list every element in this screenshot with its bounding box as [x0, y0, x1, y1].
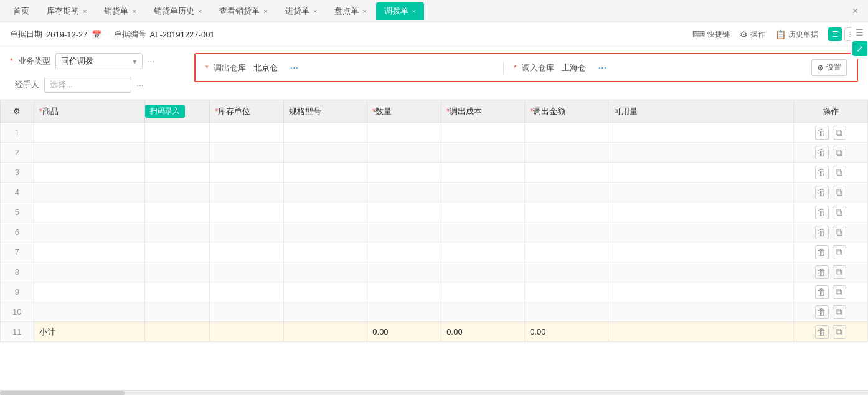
cell-unit[interactable]: [210, 282, 284, 302]
cell-unit[interactable]: [210, 322, 284, 342]
delete-icon[interactable]: 🗑: [815, 226, 829, 239]
delete-icon[interactable]: 🗑: [815, 325, 829, 339]
scroll-thumb[interactable]: [0, 391, 125, 395]
cell-cost[interactable]: [441, 282, 525, 302]
cell-qty[interactable]: [367, 282, 441, 302]
cell-qty[interactable]: [367, 143, 441, 163]
cell-qty[interactable]: [367, 183, 441, 202]
cell-goods[interactable]: [34, 302, 145, 322]
cell-goods[interactable]: [34, 183, 145, 202]
cell-amount[interactable]: [525, 143, 608, 163]
more-options-icon[interactable]: ···: [148, 56, 155, 66]
cell-available[interactable]: [608, 242, 794, 262]
close-icon[interactable]: ×: [132, 7, 136, 15]
cell-cost[interactable]: [441, 262, 525, 282]
tab-inventory-init[interactable]: 库存期初 ×: [39, 2, 95, 20]
cell-available[interactable]: [608, 202, 794, 222]
cell-goods[interactable]: [34, 123, 145, 143]
handler-input[interactable]: 选择...: [44, 77, 131, 93]
cell-spec[interactable]: [284, 163, 367, 183]
horizontal-scrollbar[interactable]: [0, 390, 868, 395]
cell-qty[interactable]: [367, 163, 441, 183]
handler-more-icon[interactable]: ···: [136, 80, 144, 90]
copy-icon[interactable]: ⧉: [833, 126, 846, 140]
tab-transfer[interactable]: 调拨单 ×: [376, 2, 424, 20]
cell-amount[interactable]: [525, 183, 608, 202]
cell-amount[interactable]: [525, 123, 608, 143]
cell-qty[interactable]: [367, 123, 441, 143]
cell-spec[interactable]: [284, 222, 367, 242]
cell-amount[interactable]: [525, 163, 608, 183]
cell-unit[interactable]: [210, 262, 284, 282]
cell-goods[interactable]: [34, 222, 145, 242]
cell-cost[interactable]: [441, 222, 525, 242]
cell-cost[interactable]: 0.00: [441, 322, 525, 342]
cell-amount[interactable]: [525, 282, 608, 302]
delete-icon[interactable]: 🗑: [815, 166, 829, 179]
tab-sales-history[interactable]: 销货单历史 ×: [146, 2, 210, 20]
cell-goods[interactable]: 小计: [34, 322, 145, 342]
cell-spec[interactable]: [284, 242, 367, 262]
cell-cost[interactable]: [441, 143, 525, 163]
cell-qty[interactable]: [367, 262, 441, 282]
cell-spec[interactable]: [284, 282, 367, 302]
warehouse-settings-button[interactable]: ⚙ 设置: [811, 59, 847, 76]
close-icon[interactable]: ×: [313, 7, 317, 15]
cell-unit[interactable]: [210, 302, 284, 322]
cell-unit[interactable]: [210, 242, 284, 262]
close-icon[interactable]: ×: [362, 7, 366, 15]
cell-goods[interactable]: [34, 202, 145, 222]
delete-icon[interactable]: 🗑: [815, 305, 829, 319]
cell-cost[interactable]: [441, 123, 525, 143]
cell-amount[interactable]: [525, 202, 608, 222]
main-close-button[interactable]: ×: [847, 6, 863, 17]
cell-qty[interactable]: [367, 202, 441, 222]
warehouse-in-more-icon[interactable]: ···: [598, 62, 606, 74]
cell-spec[interactable]: [284, 143, 367, 163]
cell-goods[interactable]: [34, 242, 145, 262]
copy-icon[interactable]: ⧉: [833, 245, 846, 259]
cell-qty[interactable]: [367, 242, 441, 262]
cell-spec[interactable]: [284, 322, 367, 342]
cell-available[interactable]: [608, 163, 794, 183]
cell-available[interactable]: [608, 282, 794, 302]
cell-qty[interactable]: 0.00: [367, 322, 441, 342]
cell-amount[interactable]: [525, 262, 608, 282]
cell-amount[interactable]: [525, 302, 608, 322]
cell-unit[interactable]: [210, 183, 284, 202]
cell-available[interactable]: [608, 302, 794, 322]
copy-icon[interactable]: ⧉: [833, 325, 846, 339]
delete-icon[interactable]: 🗑: [815, 146, 829, 159]
view-toggle-list[interactable]: ☰: [828, 27, 842, 41]
tab-home[interactable]: 首页: [5, 2, 37, 20]
cell-unit[interactable]: [210, 143, 284, 163]
operation-button[interactable]: ⚙ 操作: [740, 29, 765, 40]
cell-spec[interactable]: [284, 123, 367, 143]
cell-qty[interactable]: [367, 302, 441, 322]
copy-icon[interactable]: ⧉: [833, 265, 846, 279]
tab-view-sales[interactable]: 查看销货单 ×: [211, 2, 275, 20]
cell-available[interactable]: [608, 143, 794, 163]
cell-unit[interactable]: [210, 123, 284, 143]
delete-icon[interactable]: 🗑: [815, 285, 829, 299]
cell-spec[interactable]: [284, 202, 367, 222]
sidebar-expand-icon[interactable]: ⤢: [852, 41, 867, 56]
cell-cost[interactable]: [441, 183, 525, 202]
calendar-icon[interactable]: 📅: [92, 30, 101, 39]
delete-icon[interactable]: 🗑: [815, 206, 829, 219]
tab-sales-order[interactable]: 销货单 ×: [96, 2, 144, 20]
cell-goods[interactable]: [34, 143, 145, 163]
shortcut-button[interactable]: ⌨ 快捷键: [692, 29, 730, 40]
close-icon[interactable]: ×: [412, 7, 416, 15]
cell-amount[interactable]: [525, 242, 608, 262]
copy-icon[interactable]: ⧉: [833, 305, 846, 319]
warehouse-out-more-icon[interactable]: ···: [290, 62, 298, 74]
cell-available[interactable]: [608, 222, 794, 242]
tab-purchase[interactable]: 进货单 ×: [277, 2, 325, 20]
cell-available[interactable]: [608, 322, 794, 342]
close-icon[interactable]: ×: [263, 7, 267, 15]
delete-icon[interactable]: 🗑: [815, 186, 829, 199]
cell-cost[interactable]: [441, 242, 525, 262]
cell-unit[interactable]: [210, 163, 284, 183]
cell-spec[interactable]: [284, 183, 367, 202]
